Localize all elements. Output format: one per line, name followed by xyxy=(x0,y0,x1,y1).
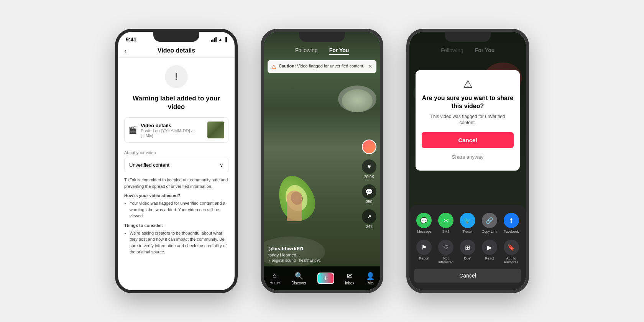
feed-user-info: @healthwrld91 today I learned... ♪ origi… xyxy=(268,246,321,263)
nav-home[interactable]: ⌂ Home xyxy=(269,272,280,285)
message-label: Message xyxy=(417,230,431,233)
feed-caption: today I learned... xyxy=(268,253,321,257)
share-duet[interactable]: ⊞ Duet xyxy=(458,240,478,264)
inbox-icon: ✉ xyxy=(347,272,353,280)
like-action[interactable]: ♥ 20.9K xyxy=(362,159,376,179)
avocado-visual xyxy=(271,160,333,237)
caution-banner: ⚠ Caution: Video flagged for unverified … xyxy=(268,60,376,73)
discover-label: Discover xyxy=(291,281,306,285)
dropdown-row[interactable]: Unverified content ∨ xyxy=(124,158,228,172)
favorites-icon: 🔖 xyxy=(504,240,519,255)
user-avatar[interactable] xyxy=(362,140,376,154)
phone3-screen: Following For You ⚠ Are you sure you wan… xyxy=(409,32,526,290)
duet-icon: ⊞ xyxy=(460,240,475,255)
like-count: 20.9K xyxy=(364,175,374,179)
sms-label: SMS xyxy=(442,230,450,233)
copy-link-label: Copy Link xyxy=(482,230,497,233)
create-button[interactable]: + xyxy=(318,273,334,283)
share-not-interested[interactable]: ♡ Not interested xyxy=(436,240,456,264)
sms-icon: ✉ xyxy=(438,213,453,228)
sheet-cancel-button[interactable]: Cancel xyxy=(414,269,521,283)
video-info-row: 🎬 Video details Posted on [YYYY-MM-DD] a… xyxy=(124,117,228,143)
warning-icon: ! xyxy=(165,65,188,88)
video-meta: Video details Posted on [YYYY-MM-DD] at … xyxy=(141,123,204,138)
share-react[interactable]: ▶ React xyxy=(480,240,499,264)
inbox-label: Inbox xyxy=(345,281,354,285)
status-bar-1: 9:41 ▲ ▐ xyxy=(118,32,235,44)
twitter-icon: 🐦 xyxy=(460,213,475,228)
status-icons: ▲ ▐ xyxy=(211,37,227,42)
nav-create[interactable]: + xyxy=(318,273,334,283)
share-row-1: 💬 Message ✉ SMS 🐦 Twitter 🔗 Copy Link xyxy=(409,210,526,237)
share-sms[interactable]: ✉ SMS xyxy=(436,213,456,233)
dropdown-label: Unverified content xyxy=(129,162,169,168)
feed-bottom-nav: ⌂ Home 🔍 Discover + ✉ Inbox 👤 Me xyxy=(264,266,380,290)
phones-container: 9:41 ▲ ▐ ‹ Video details xyxy=(0,29,644,293)
nav-inbox[interactable]: ✉ Inbox xyxy=(345,272,354,285)
bullet-list-2: We're asking creators to be thoughtful a… xyxy=(124,230,228,255)
video-title: Video details xyxy=(141,123,204,128)
things-label: Things to consider: xyxy=(124,223,228,228)
status-time: 9:41 xyxy=(126,36,136,43)
chevron-down-icon: ∨ xyxy=(220,162,223,168)
feed-top-bar: Following For You xyxy=(264,32,380,58)
video-details-content: ! Warning label added to your video 🎬 Vi… xyxy=(118,58,235,290)
caution-close-button[interactable]: ✕ xyxy=(368,63,373,69)
share-favorites[interactable]: 🔖 Add to Favorites xyxy=(501,240,521,264)
not-interested-icon: ♡ xyxy=(438,240,453,255)
share-report[interactable]: ⚑ Report xyxy=(414,240,434,264)
caution-text: Caution: Video flagged for unverified co… xyxy=(279,63,366,69)
share-row-2: ⚑ Report ♡ Not interested ⊞ Duet ▶ React xyxy=(409,237,526,267)
dialog-subtitle: This video was flagged for unverified co… xyxy=(422,113,514,127)
share-message[interactable]: 💬 Message xyxy=(414,213,434,233)
share-sheet: 💬 Message ✉ SMS 🐦 Twitter 🔗 Copy Link xyxy=(409,205,526,290)
search-icon: 🔍 xyxy=(295,272,303,280)
signal-icon xyxy=(211,37,217,42)
wifi-icon: ▲ xyxy=(218,37,222,42)
facebook-label: Facebook xyxy=(504,230,519,233)
feed-sound: ♪ original sound - healthwrld91 xyxy=(268,258,321,263)
body-text: TikTok is committed to keeping our commu… xyxy=(124,177,228,189)
duet-label: Duet xyxy=(464,256,471,260)
share-twitter[interactable]: 🐦 Twitter xyxy=(458,213,478,233)
not-interested-label: Not interested xyxy=(436,256,456,264)
caution-label: Caution: xyxy=(279,64,296,68)
dialog-share-anyway[interactable]: Share anyway xyxy=(422,151,514,163)
phone2-screen: Following For You ⚠ Caution: Video flagg… xyxy=(264,32,380,290)
tab-following[interactable]: Following xyxy=(295,47,318,55)
share-count: 341 xyxy=(366,225,373,229)
home-icon: ⌂ xyxy=(273,272,277,280)
comment-icon: 💬 xyxy=(362,184,376,199)
video-date: Posted on [YYYY-MM-DD] at [TIME] xyxy=(141,128,204,138)
bullet-item-1: Your video was flagged for unverified co… xyxy=(130,200,228,219)
back-button[interactable]: ‹ xyxy=(124,47,127,55)
nav-discover[interactable]: 🔍 Discover xyxy=(291,272,306,285)
feed-username: @healthwrld91 xyxy=(268,246,321,251)
favorites-label: Add to Favorites xyxy=(501,256,521,264)
dialog-title: Are you sure you want to share this vide… xyxy=(422,94,514,110)
battery-icon: ▐ xyxy=(224,37,227,42)
dialog-cancel-button[interactable]: Cancel xyxy=(422,132,514,148)
facebook-icon: f xyxy=(504,213,519,228)
bullet-list-1: Your video was flagged for unverified co… xyxy=(124,200,228,219)
share-facebook[interactable]: f Facebook xyxy=(501,213,521,233)
about-label: About your video xyxy=(124,150,228,155)
share-action[interactable]: ↗ 341 xyxy=(362,209,376,229)
dialog-warning-icon: ⚠ xyxy=(422,78,514,90)
share-copy-link[interactable]: 🔗 Copy Link xyxy=(480,213,499,233)
phone-2: Following For You ⚠ Caution: Video flagg… xyxy=(261,29,383,293)
tab-for-you[interactable]: For You xyxy=(329,47,349,55)
feed-right-actions: ♥ 20.9K 💬 359 ↗ 341 xyxy=(362,140,376,229)
bullet-item-2: We're asking creators to be thoughtful a… xyxy=(130,230,228,255)
caution-icon: ⚠ xyxy=(271,64,276,70)
video-thumbnail xyxy=(207,122,224,138)
video-icon: 🎬 xyxy=(128,126,137,134)
how-affected-label: How is your video affected? xyxy=(124,193,228,198)
phone1-screen: 9:41 ▲ ▐ ‹ Video details xyxy=(118,32,235,290)
phone1-navbar: ‹ Video details xyxy=(118,44,235,58)
message-icon: 💬 xyxy=(416,213,432,228)
phone-3: Following For You ⚠ Are you sure you wan… xyxy=(406,29,529,293)
comment-action[interactable]: 💬 359 xyxy=(362,184,376,204)
warning-title: Warning label added to your video xyxy=(124,94,228,111)
nav-me[interactable]: 👤 Me xyxy=(366,272,375,285)
